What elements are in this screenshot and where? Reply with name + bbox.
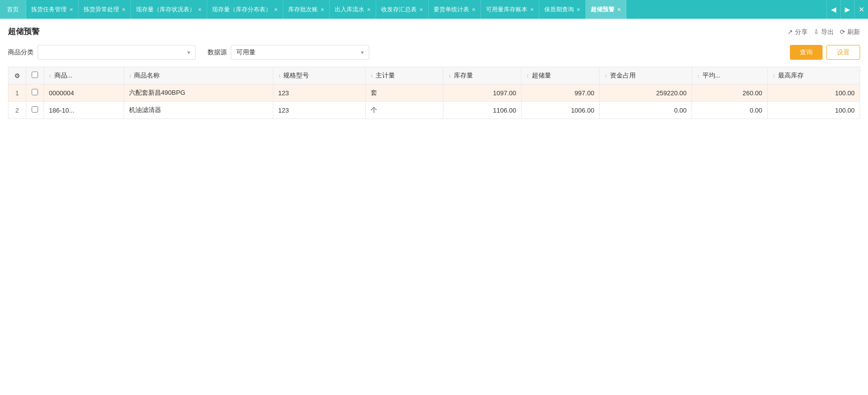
query-button[interactable]: 查询 (790, 45, 823, 60)
row-checkbox-cell[interactable] (26, 84, 44, 102)
nav-close-btn[interactable]: ✕ (854, 0, 868, 19)
row-checkbox-cell[interactable] (26, 102, 44, 119)
nav-tab-tab2[interactable]: 拣货异常处理✕ (79, 0, 131, 19)
close-icon[interactable]: ✕ (122, 7, 126, 12)
close-icon[interactable]: ✕ (617, 7, 621, 12)
page-content: 超储预警 ↗ 分享 ⇩ 导出 ⟳ 刷新 商品分类 ▼ 数据源 (0, 19, 868, 395)
nav-home[interactable]: 首页 (0, 0, 26, 19)
nav-tab-label: 收发存汇总表 (381, 5, 417, 14)
page-title: 超储预警 (8, 27, 40, 37)
filter-actions: 查询 设置 (790, 45, 860, 60)
th-code[interactable]: ↕ 商品... (44, 67, 124, 84)
category-label: 商品分类 (8, 48, 34, 57)
nav-tab-label: 出入库流水 (335, 5, 364, 14)
close-icon[interactable]: ✕ (419, 7, 423, 12)
row-maxstock: 100.00 (768, 102, 860, 119)
th-checkbox[interactable] (26, 67, 44, 84)
nav-tab-tab11[interactable]: 超储预警✕ (586, 0, 626, 19)
row-number: 1 (8, 84, 26, 102)
row-maxstock: 100.00 (768, 84, 860, 102)
nav-prev-btn[interactable]: ◀ (826, 0, 840, 19)
close-icon[interactable]: ✕ (367, 7, 371, 12)
nav-tab-label: 保质期查询 (544, 5, 574, 14)
select-all-checkbox[interactable] (32, 72, 38, 78)
nav-tab-tab4[interactable]: 现存量（库存分布表）✕ (207, 0, 283, 19)
close-icon[interactable]: ✕ (198, 7, 202, 12)
close-icon[interactable]: ✕ (472, 7, 476, 12)
nav-tab-tab8[interactable]: 要货单统计表✕ (429, 0, 481, 19)
nav-arrows: ◀ ▶ ✕ (826, 0, 868, 19)
sort-icon: ↕ (526, 73, 529, 79)
row-name: 机油滤清器 (124, 102, 273, 119)
close-icon[interactable]: ✕ (320, 7, 324, 12)
nav-tab-tab3[interactable]: 现存量（库存状况表）✕ (131, 0, 207, 19)
nav-next-btn[interactable]: ▶ (840, 0, 854, 19)
nav-tab-tab6[interactable]: 出入库流水✕ (330, 0, 376, 19)
row-code: 0000004 (44, 84, 124, 102)
th-capital[interactable]: ↕ 资金占用 (600, 67, 692, 84)
th-unit[interactable]: ↕ 主计量 (365, 67, 443, 84)
settings-button[interactable]: 设置 (826, 45, 860, 60)
datasource-value: 可用量 (236, 48, 256, 57)
share-button[interactable]: ↗ 分享 (787, 28, 808, 37)
category-filter: 商品分类 ▼ (8, 45, 196, 60)
nav-tab-label: 现存量（库存分布表） (212, 5, 271, 14)
row-name: 六配套新昌490BPG (124, 84, 273, 102)
export-icon: ⇩ (814, 28, 819, 36)
category-select[interactable]: ▼ (38, 45, 196, 60)
nav-tab-label: 拣货异常处理 (84, 5, 119, 14)
top-nav: 首页 拣货任务管理✕拣货异常处理✕现存量（库存状况表）✕现存量（库存分布表）✕库… (0, 0, 868, 19)
close-icon[interactable]: ✕ (530, 7, 534, 12)
row-unit: 套 (365, 84, 443, 102)
th-over[interactable]: ↕ 超储量 (521, 67, 600, 84)
row-stock: 1106.00 (443, 102, 521, 119)
datasource-select[interactable]: 可用量 ▼ (231, 45, 369, 60)
datasource-filter: 数据源 可用量 ▼ (208, 45, 369, 60)
nav-tab-label: 拣货任务管理 (31, 5, 67, 14)
sort-icon: ↕ (278, 73, 281, 79)
datasource-label: 数据源 (208, 48, 227, 57)
sort-icon: ↕ (371, 73, 373, 79)
row-spec: 123 (273, 84, 365, 102)
sort-icon: ↕ (49, 73, 51, 79)
th-spec[interactable]: ↕ 规格型号 (273, 67, 365, 84)
nav-tab-label: 库存批次账 (288, 5, 318, 14)
refresh-button[interactable]: ⟳ 刷新 (840, 28, 860, 37)
table-row: 1 0000004 六配套新昌490BPG 123 套 1097.00 997.… (8, 84, 860, 102)
sort-icon: ↕ (129, 73, 131, 79)
sort-icon: ↕ (773, 73, 775, 79)
nav-tab-label: 超储预警 (591, 5, 614, 14)
th-maxstock[interactable]: ↕ 最高库存 (768, 67, 860, 84)
refresh-icon: ⟳ (840, 28, 845, 36)
row-spec: 123 (273, 102, 365, 119)
row-number: 2 (8, 102, 26, 119)
nav-tab-tab9[interactable]: 可用量库存账本✕ (481, 0, 539, 19)
row-stock: 1097.00 (443, 84, 521, 102)
nav-tab-label: 可用量库存账本 (486, 5, 527, 14)
th-stock[interactable]: ↕ 库存量 (443, 67, 521, 84)
chevron-down-icon-2: ▼ (360, 50, 365, 55)
row-capital: 259220.00 (600, 84, 692, 102)
th-settings[interactable]: ⚙ (8, 67, 26, 84)
sort-icon: ↕ (697, 73, 699, 79)
row-checkbox[interactable] (32, 106, 38, 113)
page-header: 超储预警 ↗ 分享 ⇩ 导出 ⟳ 刷新 (8, 27, 860, 37)
close-icon[interactable]: ✕ (69, 7, 73, 12)
th-name[interactable]: ↕ 商品名称 (124, 67, 273, 84)
filter-row: 商品分类 ▼ 数据源 可用量 ▼ 查询 设置 (8, 45, 860, 60)
row-checkbox[interactable] (32, 89, 38, 95)
nav-tab-tab1[interactable]: 拣货任务管理✕ (26, 0, 79, 19)
nav-tab-tab10[interactable]: 保质期查询✕ (539, 0, 586, 19)
nav-tab-tab7[interactable]: 收发存汇总表✕ (376, 0, 429, 19)
sort-icon: ↕ (605, 73, 607, 79)
table-row: 2 186-10... 机油滤清器 123 个 1106.00 1006.00 … (8, 102, 860, 119)
row-over: 1006.00 (521, 102, 600, 119)
row-capital: 0.00 (600, 102, 692, 119)
row-code: 186-10... (44, 102, 124, 119)
export-button[interactable]: ⇩ 导出 (814, 28, 834, 37)
th-avg[interactable]: ↕ 平均... (692, 67, 768, 84)
close-icon[interactable]: ✕ (274, 7, 278, 12)
gear-icon: ⚙ (14, 72, 20, 79)
close-icon[interactable]: ✕ (576, 7, 580, 12)
nav-tab-tab5[interactable]: 库存批次账✕ (283, 0, 330, 19)
